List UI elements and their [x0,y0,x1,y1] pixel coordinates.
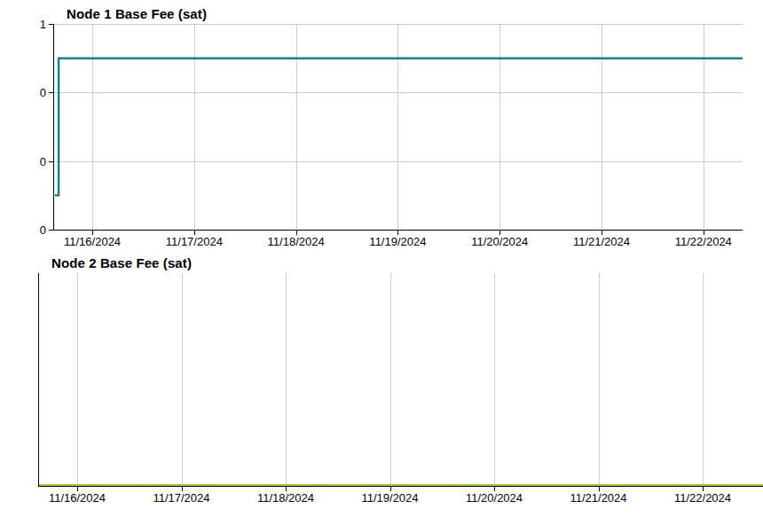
series-line [55,59,743,196]
y-tick-mark [49,230,54,231]
x-tick-label: 11/21/2024 [570,491,626,505]
x-tick-label: 11/20/2024 [471,235,528,248]
x-tick-label: 11/16/2024 [49,491,106,505]
series-layer [39,273,763,486]
y-tick-label: 1 [40,18,46,31]
base-fee-charts-page: Node 1 Base Fee (sat) 11/16/202411/17/20… [0,0,763,532]
y-tick-label: 0 [40,86,46,99]
chart-title-node2: Node 2 Base Fee (sat) [51,255,192,270]
x-tick-label: 11/21/2024 [573,235,630,248]
x-tick-label: 11/19/2024 [361,491,418,505]
x-tick-label: 11/18/2024 [268,235,325,248]
series-layer [54,24,743,230]
x-tick-label: 11/17/2024 [153,491,209,505]
x-tick-label: 11/17/2024 [166,235,223,248]
y-tick-label: 0 [40,223,46,237]
node2-base-fee-plot-area[interactable]: 11/16/202411/17/202411/18/202411/19/2024… [38,273,763,487]
x-tick-label: 11/22/2024 [674,491,731,505]
x-tick-label: 11/16/2024 [64,235,121,248]
x-tick-label: 11/19/2024 [369,235,426,248]
x-tick-label: 11/18/2024 [257,491,314,505]
chart-title-node1: Node 1 Base Fee (sat) [67,6,207,21]
x-tick-label: 11/20/2024 [466,491,523,505]
x-tick-label: 11/22/2024 [675,235,732,248]
node1-base-fee-plot-area[interactable]: 11/16/202411/17/202411/18/202411/19/2024… [53,24,743,231]
y-tick-label: 0 [40,154,46,168]
